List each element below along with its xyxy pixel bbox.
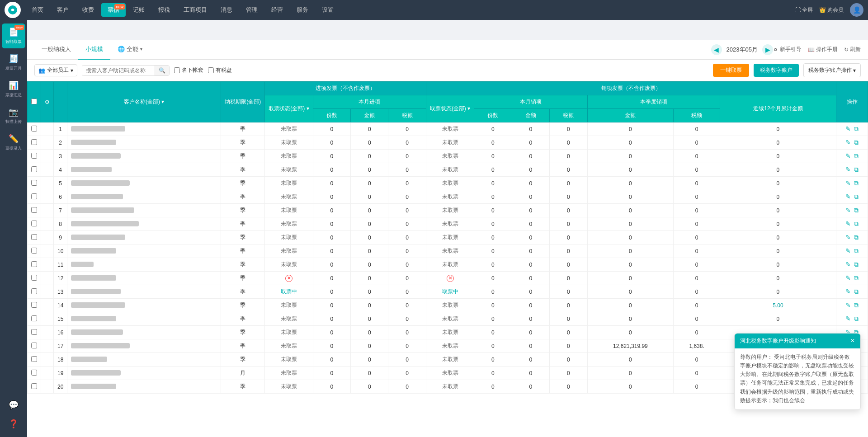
edit-icon[interactable]: ✎ — [845, 207, 851, 214]
copy-icon[interactable]: ⧉ — [854, 220, 859, 227]
has-tax-filter[interactable]: 有税盘 — [208, 66, 232, 74]
row-checkbox[interactable] — [31, 207, 37, 213]
nav-ticket[interactable]: 票据 new — [101, 3, 126, 17]
select-all-checkbox[interactable] — [31, 99, 37, 104]
row-checkbox[interactable] — [31, 288, 37, 294]
nav-bookkeeping[interactable]: 记账 — [127, 3, 151, 17]
sidebar-item-scan[interactable]: 📷 扫描上传 — [2, 103, 25, 128]
not-fetched-badge: 未取票 — [281, 315, 297, 322]
manual-btn[interactable]: 📖 操作手册 — [808, 46, 838, 53]
tab-general[interactable]: 一般纳税人 — [34, 40, 78, 60]
copy-icon[interactable]: ⧉ — [854, 166, 859, 173]
edit-icon[interactable]: ✎ — [845, 247, 851, 254]
row-checkbox[interactable] — [31, 383, 37, 389]
notification-close-btn[interactable]: ✕ — [850, 338, 855, 344]
period-next-btn[interactable]: ▶ — [762, 44, 773, 55]
entry-icon: ✏️ — [9, 134, 19, 144]
edit-icon[interactable]: ✎ — [845, 220, 851, 227]
row-client-name — [67, 312, 221, 326]
copy-icon[interactable]: ⧉ — [854, 301, 859, 309]
edit-icon[interactable]: ✎ — [845, 152, 851, 160]
copy-icon[interactable]: ⧉ — [854, 315, 859, 322]
row-checkbox[interactable] — [31, 356, 37, 362]
one-click-btn[interactable]: 一键取票 — [713, 64, 749, 77]
edit-icon[interactable]: ✎ — [845, 301, 851, 309]
row-checkbox[interactable] — [31, 166, 37, 172]
edit-icon[interactable]: ✎ — [845, 274, 851, 282]
edit-icon[interactable]: ✎ — [845, 125, 851, 132]
sidebar-item-smart-ticket[interactable]: 📄 智能取票 new — [2, 23, 25, 48]
member-btn[interactable]: 👑 购会员 — [819, 6, 844, 14]
edit-icon[interactable]: ✎ — [845, 139, 851, 146]
sidebar-item-entry[interactable]: ✏️ 票据录入 — [2, 130, 25, 155]
refresh-btn[interactable]: ↻ 刷新 — [844, 46, 861, 53]
digital-tax-btn[interactable]: 税务数字账户 — [754, 64, 799, 77]
nav-settings[interactable]: 设置 — [316, 3, 340, 17]
row-checkbox[interactable] — [31, 153, 37, 159]
nav-message[interactable]: 消息 — [214, 3, 239, 17]
sidebar-item-issue[interactable]: 🧾 发票开具 — [2, 50, 25, 75]
fullscreen-btn[interactable]: ⛶ 全屏 — [795, 6, 813, 14]
sidebar-new-badge: new — [14, 25, 24, 30]
search-input[interactable] — [82, 66, 155, 75]
avatar[interactable]: 👤 — [850, 3, 863, 17]
row-checkbox[interactable] — [31, 302, 37, 308]
row-checkbox[interactable] — [31, 248, 37, 254]
copy-icon[interactable]: ⧉ — [854, 234, 859, 241]
edit-icon[interactable]: ✎ — [845, 315, 851, 322]
row-checkbox[interactable] — [31, 139, 37, 145]
has-tax-checkbox[interactable] — [208, 67, 214, 73]
sidebar-item-summary[interactable]: 📊 票据汇总 — [2, 77, 25, 102]
edit-icon[interactable]: ✎ — [845, 261, 851, 268]
row-checkbox[interactable] — [31, 193, 37, 199]
nav-fee[interactable]: 收费 — [76, 3, 100, 17]
edit-icon[interactable]: ✎ — [845, 166, 851, 173]
copy-icon[interactable]: ⧉ — [854, 261, 859, 268]
copy-icon[interactable]: ⧉ — [854, 193, 859, 200]
row-checkbox[interactable] — [31, 370, 37, 376]
nav-service[interactable]: 服务 — [290, 3, 315, 17]
sidebar-item-chat[interactable]: 💬 — [2, 396, 25, 414]
row-checkbox[interactable] — [31, 343, 37, 348]
logo[interactable] — [5, 2, 21, 18]
edit-icon[interactable]: ✎ — [845, 179, 851, 187]
row-checkbox[interactable] — [31, 329, 37, 335]
row-checkbox[interactable] — [31, 234, 37, 240]
period-prev-btn[interactable]: ◀ — [711, 44, 722, 55]
edit-icon[interactable]: ✎ — [845, 288, 851, 295]
new-guide-btn[interactable]: ⭘ 新手引导 — [773, 46, 802, 53]
search-button[interactable]: 🔍 — [155, 66, 169, 75]
tab-all[interactable]: 🌐 全能 ▾ — [110, 40, 150, 60]
edit-icon[interactable]: ✎ — [845, 193, 851, 200]
tab-small-scale[interactable]: 小规模 — [78, 40, 110, 60]
row-checkbox[interactable] — [31, 315, 37, 321]
nav-client[interactable]: 客户 — [51, 3, 75, 17]
copy-icon[interactable]: ⧉ — [854, 247, 859, 254]
tab-all-arrow[interactable]: ▾ — [140, 47, 142, 52]
copy-icon[interactable]: ⧉ — [854, 139, 859, 146]
copy-icon[interactable]: ⧉ — [854, 207, 859, 214]
nav-manage[interactable]: 管理 — [240, 3, 264, 17]
sidebar-item-help[interactable]: ❓ — [2, 415, 25, 432]
copy-icon[interactable]: ⧉ — [854, 125, 859, 132]
row-checkbox[interactable] — [31, 221, 37, 226]
my-account-checkbox[interactable] — [174, 67, 180, 73]
edit-icon[interactable]: ✎ — [845, 234, 851, 241]
digital-ops-btn[interactable]: 税务数字账户操作 ▾ — [803, 63, 861, 77]
copy-icon[interactable]: ⧉ — [854, 274, 859, 282]
copy-icon[interactable]: ⧉ — [854, 152, 859, 160]
row-checkbox[interactable] — [31, 180, 37, 186]
nav-business[interactable]: 工商项目 — [177, 3, 213, 17]
nav-ops[interactable]: 经营 — [265, 3, 289, 17]
row-checkbox[interactable] — [31, 126, 37, 132]
staff-select[interactable]: 👥 全部员工 ▾ — [34, 64, 77, 76]
row-in-amount: 0 — [351, 204, 388, 217]
nav-home[interactable]: 首页 — [25, 3, 50, 17]
my-account-filter[interactable]: 名下帐套 — [174, 66, 203, 74]
copy-icon[interactable]: ⧉ — [854, 288, 859, 295]
row-checkbox[interactable] — [31, 261, 37, 267]
row-checkbox[interactable] — [31, 275, 37, 281]
row-out-tax: 0 — [550, 339, 587, 353]
nav-tax[interactable]: 报税 — [152, 3, 176, 17]
copy-icon[interactable]: ⧉ — [854, 179, 859, 187]
